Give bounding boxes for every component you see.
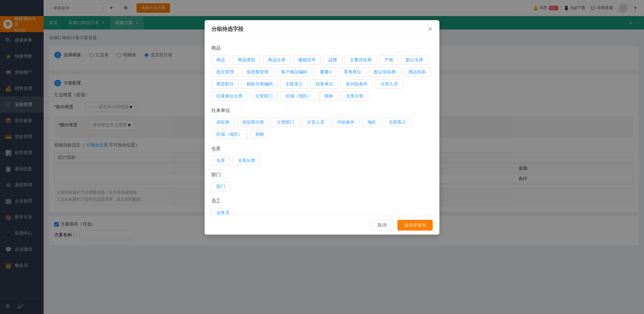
field-tag[interactable]: 商品类型 [233, 55, 260, 65]
section-warehouse-fields: 仓库 仓库分类 [211, 156, 433, 165]
section-employee-title: 员工 [211, 198, 433, 204]
modal-title: 分组待选字段 [211, 26, 244, 33]
field-tag[interactable]: 商品分类 [263, 55, 290, 65]
field-tag[interactable]: 分管部门 [250, 91, 278, 101]
section-partner-fields: 供应商 供应商分类 分管部门 分管人员 付款条件 地区 主联系人 区域（地区） … [211, 118, 433, 139]
field-tag[interactable]: 重量3 [315, 67, 336, 77]
modal-body: 商品 商品 商品类型 商品分类 规格型号 品牌 主要供应商 产地 默认仓库 批次… [205, 39, 439, 215]
section-warehouse-title: 仓库 [211, 146, 433, 152]
field-tag[interactable]: 商品别名 [404, 67, 431, 77]
modal-dialog: 分组待选字段 ✕ 商品 商品 商品类型 商品分类 规格型号 品牌 主要供应商 产… [205, 20, 439, 235]
modal-footer: 取消 保存并查询 [205, 215, 439, 235]
field-tag[interactable]: 简称 [250, 130, 269, 139]
modal-overlay: 分组待选字段 ✕ 商品 商品 商品类型 商品分类 规格型号 品牌 主要供应商 产… [0, 0, 644, 314]
field-tag[interactable]: 简称 [319, 91, 338, 101]
field-tag[interactable]: 税收分类编码 [241, 79, 278, 89]
section-goods-fields: 商品 商品类型 商品分类 规格型号 品牌 主要供应商 产地 默认仓库 批次管理 … [211, 55, 433, 101]
field-tag[interactable]: 保质期管理 [241, 67, 273, 77]
section-employee: 员工 业务员 [211, 198, 433, 215]
field-tag[interactable]: 分管部门 [272, 118, 299, 127]
field-tag[interactable]: 主要供应商 [345, 55, 377, 65]
field-tag[interactable]: 主联系人 [384, 118, 411, 127]
section-goods-title: 商品 [211, 45, 433, 51]
section-department-title: 部门 [211, 172, 433, 178]
field-tag[interactable]: 分管人员 [302, 118, 329, 127]
confirm-button[interactable]: 保存并查询 [397, 220, 433, 231]
field-tag[interactable]: 区域（地区） [280, 91, 317, 101]
field-tag-employee[interactable]: 业务员 [211, 208, 234, 215]
field-tag[interactable]: 默认供应商 [369, 67, 401, 77]
section-employee-fields: 业务员 [211, 208, 433, 215]
field-tag[interactable]: 收付款条件 [341, 79, 373, 89]
field-tag[interactable]: 品牌 [323, 55, 342, 65]
section-partner: 往来单位 供应商 供应商分类 分管部门 分管人员 付款条件 地区 主联系人 区域… [211, 108, 433, 139]
field-tag[interactable]: 结算单位 [311, 79, 338, 89]
section-warehouse: 仓库 仓库 仓库分类 [211, 146, 433, 165]
field-tag[interactable]: 供应商分类 [237, 118, 269, 127]
field-tag[interactable]: 分管人员 [375, 79, 403, 89]
modal-header: 分组待选字段 ✕ [205, 20, 439, 39]
field-tag[interactable]: 仓库分类 [341, 91, 368, 101]
section-department-fields: 部门 [211, 182, 433, 191]
field-tag[interactable]: 规格型号 [293, 55, 321, 65]
field-tag[interactable]: 零售单位 [339, 67, 366, 77]
field-tag[interactable]: 仓库 [211, 156, 230, 165]
field-tag[interactable]: 仓库分类 [233, 156, 260, 165]
field-tag[interactable]: 供应商 [211, 118, 234, 127]
field-tag[interactable]: 默认仓库 [401, 55, 428, 65]
field-tag[interactable]: 付款条件 [332, 118, 360, 127]
section-department: 部门 部门 [211, 172, 433, 191]
field-tag[interactable]: 产地 [379, 55, 398, 65]
field-tag[interactable]: 商品 [211, 55, 230, 65]
section-partner-title: 往来单位 [211, 108, 433, 114]
field-tag[interactable]: 批次管理 [211, 67, 239, 77]
section-goods: 商品 商品 商品类型 商品分类 规格型号 品牌 主要供应商 产地 默认仓库 批次… [211, 45, 433, 101]
field-tag[interactable]: 拣货积分 [211, 79, 239, 89]
field-tag[interactable]: 往来单位分类 [211, 91, 248, 101]
field-tag[interactable]: 区域（地区） [211, 130, 248, 139]
field-tag[interactable]: 部门 [211, 182, 230, 191]
cancel-button[interactable]: 取消 [371, 220, 393, 231]
field-tag[interactable]: 地区 [362, 118, 381, 127]
modal-close-button[interactable]: ✕ [428, 25, 433, 33]
field-tag[interactable]: 客户商品编码 [276, 67, 312, 77]
field-tag[interactable]: 主联系人 [280, 79, 308, 89]
